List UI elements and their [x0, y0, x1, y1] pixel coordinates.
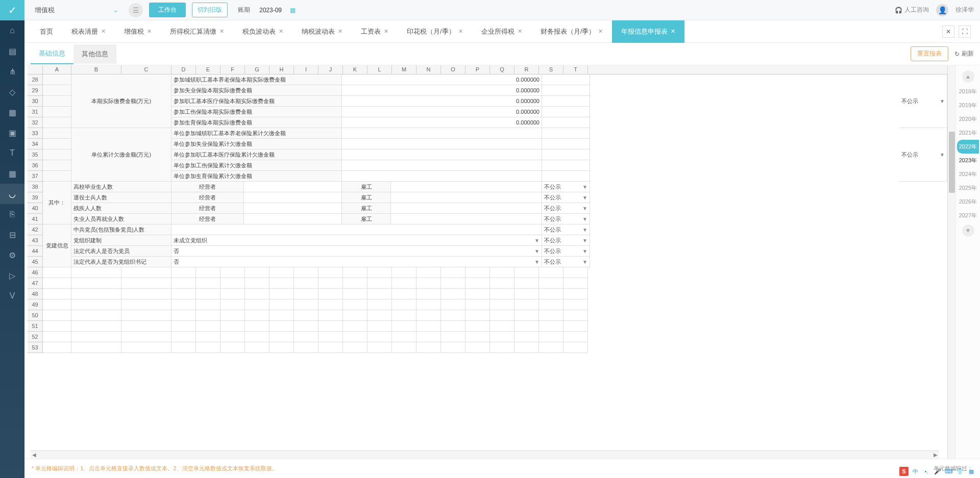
cell[interactable]: 0.000000 [342, 85, 542, 96]
cell[interactable] [490, 299, 514, 310]
select-cell[interactable]: 不公示▼ [899, 128, 947, 182]
cell[interactable] [514, 321, 539, 332]
nav-tray-icon[interactable]: ⊟ [0, 224, 24, 245]
cell[interactable]: 党组织建制 [71, 235, 172, 246]
cell[interactable] [441, 342, 465, 353]
cell[interactable] [43, 96, 71, 107]
cell[interactable] [43, 85, 71, 96]
row-header[interactable]: 45 [28, 257, 43, 267]
cell[interactable] [294, 289, 318, 299]
cell[interactable] [539, 267, 564, 278]
cell[interactable] [245, 289, 270, 299]
row-header[interactable]: 40 [28, 203, 43, 214]
year-item[interactable]: 2026年 [957, 195, 979, 209]
cell[interactable] [514, 299, 539, 310]
year-down-icon[interactable]: ▼ [962, 224, 974, 237]
cell[interactable] [196, 299, 220, 310]
cell[interactable] [245, 321, 270, 332]
tab-stamp[interactable]: 印花税（月/季）✕ [398, 20, 472, 43]
cell[interactable] [392, 299, 416, 310]
cell[interactable] [318, 299, 343, 310]
year-item[interactable]: 2024年 [957, 167, 979, 181]
cell[interactable]: 单位参加职工基本医疗保险累计欠缴金额 [172, 149, 342, 160]
cell[interactable] [441, 299, 465, 310]
cell[interactable] [542, 149, 590, 160]
col-header[interactable]: G [245, 65, 270, 74]
cell[interactable] [368, 310, 392, 321]
cell[interactable] [43, 321, 71, 332]
ime-sogou-icon[interactable]: S [899, 467, 909, 476]
cell[interactable] [564, 310, 588, 321]
col-header[interactable]: P [465, 65, 490, 74]
select-cell[interactable]: 不公示▼ [542, 203, 590, 214]
nav-list-icon[interactable]: ▦ [0, 102, 24, 122]
calendar-icon[interactable]: ▦ [290, 7, 296, 14]
cell[interactable] [416, 278, 441, 289]
cell[interactable] [391, 214, 542, 224]
nav-v-icon[interactable]: V [0, 286, 24, 306]
close-icon[interactable]: ✕ [518, 28, 522, 35]
row-header[interactable]: 39 [28, 192, 43, 203]
scroll-right-icon[interactable]: ▶ [932, 451, 939, 459]
cell[interactable] [564, 299, 588, 310]
row-header[interactable]: 36 [28, 160, 43, 171]
cell[interactable] [196, 332, 220, 342]
cell[interactable] [318, 321, 343, 332]
cell[interactable] [172, 267, 196, 278]
cell[interactable] [43, 278, 71, 289]
cell[interactable] [43, 74, 71, 85]
cell[interactable] [43, 332, 71, 342]
row-header[interactable]: 51 [28, 321, 43, 332]
cell[interactable] [294, 342, 318, 353]
cell[interactable]: 0.000000 [342, 107, 542, 117]
cell[interactable] [270, 299, 294, 310]
cell[interactable] [71, 310, 121, 321]
cell[interactable] [196, 278, 220, 289]
cell[interactable]: 参加工伤保险本期实际缴费金额 [172, 107, 342, 117]
cell[interactable] [270, 310, 294, 321]
cell[interactable] [514, 267, 539, 278]
cell[interactable] [392, 289, 416, 299]
ime-lang-icon[interactable]: 中 [911, 467, 920, 476]
cell[interactable] [368, 342, 392, 353]
tab-pay[interactable]: 纳税波动表✕ [292, 20, 352, 43]
cell[interactable] [392, 342, 416, 353]
cell[interactable] [43, 128, 71, 139]
nav-report-icon[interactable]: ▣ [0, 122, 24, 143]
cell[interactable] [121, 332, 172, 342]
year-item[interactable]: 2023年 [957, 154, 979, 167]
year-item[interactable]: 2021年 [957, 126, 979, 140]
cell[interactable] [121, 310, 172, 321]
close-icon[interactable]: ✕ [458, 28, 463, 35]
cell[interactable] [71, 299, 121, 310]
ime-punct-icon[interactable]: •, [922, 467, 931, 476]
year-item[interactable]: 2019年 [957, 98, 979, 112]
col-header[interactable]: J [318, 65, 343, 74]
col-header[interactable]: E [196, 65, 220, 74]
nav-text-icon[interactable]: T [0, 143, 24, 163]
cell[interactable] [368, 278, 392, 289]
cell[interactable] [244, 214, 342, 224]
cell[interactable] [465, 267, 490, 278]
refresh-button[interactable]: ↻刷新 [954, 49, 974, 58]
cell[interactable] [196, 321, 220, 332]
horizontal-scrollbar[interactable]: ◀ ▶ [31, 450, 939, 459]
cell[interactable] [490, 342, 514, 353]
cell[interactable] [172, 278, 196, 289]
select-cell[interactable]: 不公示▼ [542, 182, 590, 192]
close-icon[interactable]: ✕ [598, 28, 603, 35]
cell[interactable] [539, 321, 564, 332]
cell[interactable]: 法定代表人是否为党组织书记 [71, 257, 172, 267]
cell[interactable] [564, 267, 588, 278]
cell[interactable] [343, 310, 368, 321]
cell[interactable]: 0.000000 [342, 117, 542, 128]
cell[interactable] [342, 139, 542, 149]
tab-salary[interactable]: 工资表✕ [352, 20, 398, 43]
tab-corp[interactable]: 企业所得税✕ [472, 20, 531, 43]
row-header[interactable]: 35 [28, 149, 43, 160]
cell[interactable] [294, 299, 318, 310]
cell[interactable] [220, 342, 245, 353]
cell[interactable]: 0.000000 [342, 74, 542, 85]
close-icon[interactable]: ✕ [219, 28, 224, 35]
cell[interactable] [318, 278, 343, 289]
